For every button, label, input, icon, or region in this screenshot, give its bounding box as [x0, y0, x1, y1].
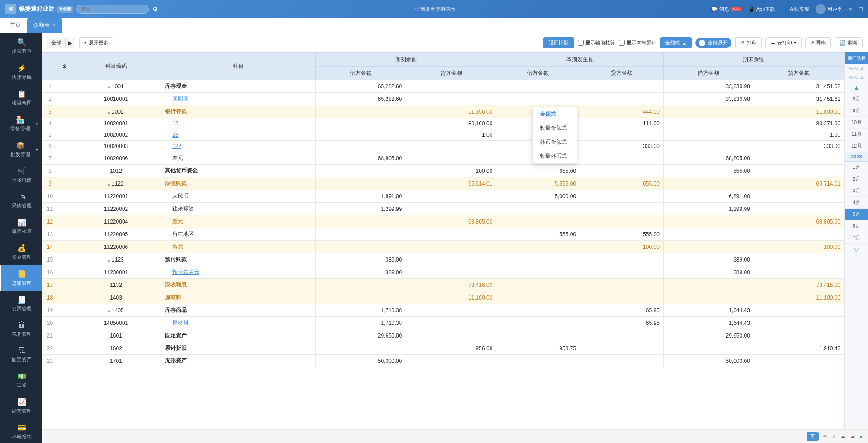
sidebar-item-search[interactable]: 🔍 搜索菜单 — [0, 33, 42, 59]
cloud-icon1[interactable]: ☁ — [840, 433, 845, 439]
upload-icon[interactable]: ↗ — [832, 433, 836, 439]
row-opening-credit — [406, 152, 496, 165]
date-11[interactable]: 11月 — [845, 129, 868, 140]
top-bar-left: 财 畅捷通好业财 专业版 ⚙ — [5, 4, 158, 14]
dropdown-amount[interactable]: 金额式 — [533, 107, 577, 121]
auxiliary-checkbox-input[interactable] — [578, 40, 584, 46]
tab-balance-close[interactable]: ✕ — [52, 23, 56, 28]
window-close-btn[interactable]: × — [849, 5, 852, 13]
tab-balance[interactable]: 余额表 ✕ — [27, 18, 62, 33]
row-opening-credit — [406, 141, 496, 152]
demo-text[interactable]: ◎ 我要看实例演示 — [414, 6, 455, 13]
sidebar-item-contract[interactable]: 📋 项目合同 — [0, 85, 42, 111]
dropdown-qty-foreign[interactable]: 数量外币式 — [533, 149, 577, 163]
amount-style-arrow: ▲ — [682, 40, 687, 46]
row-settings — [58, 253, 71, 266]
sidebar-item-ecommerce[interactable]: 🛒 小畅电商 — [0, 162, 42, 188]
sidebar-item-purchase[interactable]: 🛍 采购管理 — [0, 188, 42, 214]
date-9[interactable]: 9月 — [845, 105, 868, 117]
toggle-dot — [699, 40, 705, 46]
top-search-input[interactable] — [76, 5, 149, 14]
row-name[interactable]: 预付款美元 — [161, 266, 316, 279]
assets-icon: 🏗 — [4, 347, 39, 355]
date-3[interactable]: 3月 — [845, 185, 868, 197]
date-nav-up[interactable]: ▲ — [845, 82, 868, 93]
export-btn[interactable]: ↗ 导出 — [805, 37, 831, 48]
row-closing-debit — [663, 141, 754, 152]
row-opening-debit: 50,000.00 — [316, 355, 406, 367]
row-period-debit — [496, 304, 580, 317]
col-settings[interactable]: ⚙ — [58, 53, 71, 80]
row-name[interactable]: 12 — [161, 118, 316, 129]
date-2[interactable]: 2月 — [845, 173, 868, 185]
date-nav-down[interactable]: ▽ — [845, 244, 868, 255]
window-expand-btn[interactable]: □ — [859, 5, 863, 13]
date-10[interactable]: 10月 — [845, 117, 868, 129]
date-4[interactable]: 4月 — [845, 197, 868, 209]
user-info[interactable]: 用户名 — [816, 4, 842, 14]
sidebar-item-tax[interactable]: 🏛 税务管理 — [0, 317, 42, 342]
date-1[interactable]: 1月 — [845, 162, 868, 173]
sidebar-item-invoice[interactable]: 🧾 发票管理 — [0, 291, 42, 317]
sidebar-item-sales[interactable]: 💳 小畅报销 — [0, 419, 42, 443]
row-name[interactable]: 122 — [161, 141, 316, 152]
sidebar-item-assets[interactable]: 🏗 固定资产 — [0, 342, 42, 367]
settings-icon-top[interactable]: ⚙ — [152, 5, 158, 13]
date-year-2023[interactable]: 2023 — [845, 152, 868, 162]
edit-icon[interactable]: ✏ — [823, 433, 827, 439]
show-ytd-checkbox[interactable]: 显示本年累计 — [619, 39, 656, 46]
date-5[interactable]: 5月 — [845, 209, 868, 220]
sidebar-item-retail[interactable]: 🏪 零售管理 ▾ — [0, 111, 42, 137]
expand-more-btn[interactable]: ▾ 展开更多 — [79, 37, 113, 48]
app-download-btn[interactable]: 📱 App下载 — [748, 6, 775, 13]
table-row: 231701无形资产50,000.0050,000.00 — [42, 355, 844, 367]
row-num: 6 — [42, 141, 58, 152]
sidebar-item-inventory[interactable]: 📊 库存核算 — [0, 214, 42, 239]
back-btn[interactable]: 退回旧版 — [543, 37, 574, 48]
show-auxiliary-checkbox[interactable]: 显示辅助核算 — [578, 39, 615, 46]
sidebar-item-finance[interactable]: 💰 资金管理 — [0, 239, 42, 265]
date-8[interactable]: 8月 — [845, 93, 868, 105]
online-service-btn[interactable]: 👤 在线客服 — [781, 6, 809, 13]
table-wrapper: ⚙ 科目编码 科目 期初余额 本期发生额 期末余额 借方金额 贷方金额 借方金额… — [42, 52, 844, 429]
expand-all-toggle[interactable]: 全部展开 — [695, 38, 731, 48]
row-num: 23 — [42, 355, 58, 367]
message-btn[interactable]: 💬 消息 99+ — [711, 6, 741, 13]
row-opening-credit: 65,614.01 — [406, 177, 496, 190]
row-name[interactable]: 回回回 — [161, 93, 316, 105]
ytd-checkbox-input[interactable] — [619, 40, 625, 46]
all-filter-btn[interactable]: 全部 — [47, 38, 65, 48]
lang-btn[interactable]: 英 — [807, 432, 819, 441]
sidebar-item-wholesale[interactable]: 📦 批发管理 ▾ — [0, 137, 42, 162]
date-12[interactable]: 12月 — [845, 140, 868, 152]
tab-home[interactable]: 首页 — [4, 18, 27, 33]
refresh-btn[interactable]: 🔄 刷新 — [835, 37, 863, 48]
print-btn[interactable]: 🖨 打印 — [735, 37, 762, 48]
sidebar-item-inventory-label: 库存核算 — [4, 228, 39, 235]
filter-arrow[interactable]: ▶ — [65, 38, 75, 48]
quicknav-icon: ⚡ — [4, 64, 39, 72]
sidebar-item-operations[interactable]: 📈 经营管理 — [0, 393, 42, 419]
row-name: 累计折旧 — [161, 342, 316, 355]
row-opening-credit: 73,416.00 — [406, 279, 496, 291]
row-name[interactable]: 原材料 — [161, 317, 316, 329]
row-closing-debit: 33,830.98 — [663, 80, 754, 93]
sidebar-item-ledger[interactable]: 📒 总账管理 — [0, 265, 42, 291]
row-name[interactable]: 23 — [161, 129, 316, 141]
cloud-icon2[interactable]: ☁ — [850, 433, 855, 439]
sidebar-item-quicknav[interactable]: ⚡ 快捷导航 — [0, 59, 42, 85]
table-row: 510020002231.001.00 — [42, 129, 844, 141]
date-7[interactable]: 7月 — [845, 232, 868, 244]
sidebar-item-salary[interactable]: 💵 工资 — [0, 367, 42, 393]
date-6[interactable]: 6月 — [845, 220, 868, 232]
row-closing-debit — [663, 118, 754, 129]
dropdown-qty-amount[interactable]: 数量金额式 — [533, 121, 577, 135]
amount-style-btn[interactable]: 金额式 ▲ — [660, 37, 692, 48]
dropdown-foreign-amount[interactable]: 外币金额式 — [533, 135, 577, 149]
cloud-print-arrow: ▾ — [794, 40, 797, 46]
tab-balance-label: 余额表 — [33, 21, 50, 29]
cloud-print-btn[interactable]: ☁ 云打印 ▾ — [765, 37, 802, 48]
row-period-credit: 444.00 — [580, 105, 664, 118]
row-code: 1012 — [71, 165, 161, 177]
row-closing-credit — [754, 304, 844, 317]
